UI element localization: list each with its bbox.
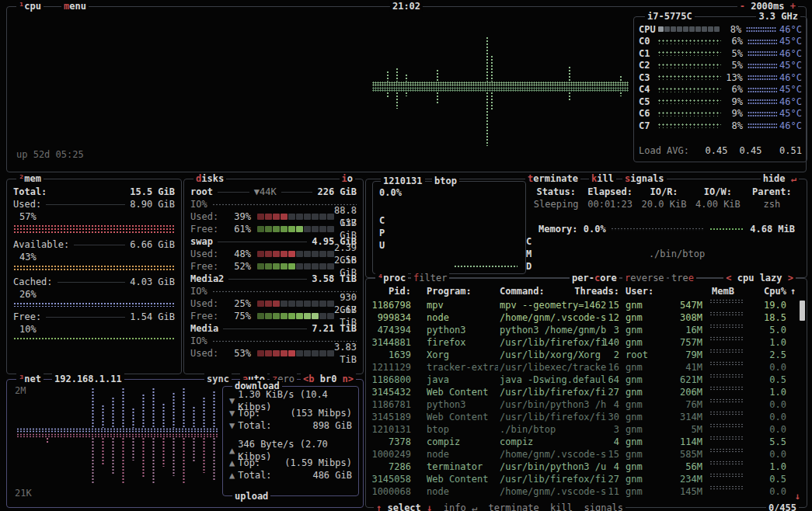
process-threads: 4 [591, 436, 619, 448]
process-row[interactable]: 1210131btop./bin/btop3gnm5M0.0 [366, 423, 807, 436]
process-row[interactable]: 474394python3python3 /home/gnm/b3gnm16M5… [366, 324, 807, 336]
footer-signals-button[interactable]: signals [578, 502, 623, 511]
disk-name-row: root▼44K226 GiB [190, 186, 357, 198]
disks-box-title[interactable]: disks [193, 172, 226, 185]
core-usage-percent: 6% [721, 35, 742, 47]
kill-button[interactable]: kill [589, 172, 616, 185]
menu-button[interactable]: menu [61, 0, 89, 12]
net-box-title[interactable]: ³net [16, 373, 44, 385]
net-upload-column [182, 437, 186, 484]
core-graph-dots [657, 99, 721, 104]
process-row[interactable]: 1000068node/home/gnm/.vscode-s11gnm145M0… [366, 485, 807, 498]
tree-button[interactable]: tree [669, 272, 696, 284]
cpu-core-row: C25%45°C [639, 60, 802, 72]
process-row[interactable]: 3144881firefox/usr/lib/firefox/fi140gnm7… [366, 336, 807, 349]
hide-button[interactable]: hide ↵ [761, 172, 799, 185]
interval-decrease-button[interactable]: - [740, 1, 745, 12]
per-core-button[interactable]: per-core [570, 272, 619, 284]
used-label: Used: [190, 210, 225, 223]
proc-box: ⁴proc filter per-core reverse tree < cpu… [365, 278, 807, 508]
column-mem[interactable]: MemB [683, 285, 734, 297]
process-mem: 585M [665, 448, 702, 461]
disks-box: disks io root▼44K226 GiBIO%Used:39%88.8 … [183, 179, 364, 374]
select-down-button[interactable]: ↓ [427, 502, 432, 511]
cpu-graph-spike [490, 92, 493, 110]
disk-size: 7.21 TiB [312, 322, 357, 335]
column-user[interactable]: User: [626, 285, 653, 297]
process-cpu: 1.0 [758, 336, 786, 349]
mem-box-title[interactable]: ²mem [16, 172, 44, 185]
core-temp-graph [748, 123, 777, 128]
column-cpu[interactable]: Cpu% [758, 285, 786, 297]
interface-switcher[interactable]: <b br0 n> [301, 373, 356, 385]
sort-prev-button[interactable]: < [726, 273, 731, 283]
core-name: C2 [639, 59, 657, 71]
process-row[interactable]: 7378compizcompiz4gnm114M5.5 [366, 436, 807, 448]
process-row[interactable]: 1186798mpvmpv --geometry=146215gnm547M19… [366, 299, 807, 311]
upload-row: ▲Top:(1.59 Mibps) [229, 457, 352, 469]
footer-terminate-button[interactable]: terminate [483, 502, 538, 511]
process-threads: 16 [591, 361, 619, 374]
process-mem: 5M [665, 423, 702, 436]
net-upload-column [121, 437, 125, 484]
process-row[interactable]: 1211129tracker-extract/usr/libexec/track… [366, 361, 807, 374]
column-threads[interactable]: Threads: [574, 285, 619, 297]
column-pid[interactable]: Pid: [377, 285, 411, 297]
reverse-button[interactable]: reverse [622, 272, 667, 284]
filter-button[interactable]: filter [411, 272, 449, 284]
core-graph-dots [657, 63, 721, 68]
sort-next-button[interactable]: > [788, 273, 793, 283]
process-row[interactable]: 999834node/home/gnm/.vscode-s12gnm308M18… [366, 311, 807, 324]
core-usage-graph [657, 50, 721, 56]
column-program[interactable]: Program: [427, 285, 472, 297]
core-usage-percent: 9% [721, 107, 742, 120]
proc-scrollbar[interactable] [800, 301, 805, 321]
upload-title: upload [232, 490, 270, 502]
cpu-core-row: C78%46°C [639, 120, 802, 132]
sync-button[interactable]: sync [204, 373, 232, 385]
process-row[interactable]: 1186800javajava -Dswing.defaul64gnm621M0… [366, 374, 807, 386]
detail-info-value: 4.00 KiB [691, 198, 744, 210]
proc-box-title[interactable]: ⁴proc [375, 272, 408, 284]
process-row[interactable]: 3145432Web Content/usr/lib/firefox/fi27g… [366, 386, 807, 398]
net-upload-column [131, 437, 135, 461]
process-program: Web Content [427, 473, 498, 485]
free-label: Free: [190, 223, 225, 235]
process-row[interactable]: 3145058Web Content/usr/lib/firefox/fi27g… [366, 473, 807, 485]
signals-button[interactable]: signals [622, 172, 667, 185]
info-button[interactable]: info ↵ [438, 502, 478, 511]
net-traffic-graph [16, 391, 218, 493]
select-up-button[interactable]: ↑ [376, 502, 382, 511]
cpu-graph-spike [568, 92, 571, 101]
more-below-icon: ↓ [795, 490, 800, 502]
process-pid: 3145058 [371, 473, 411, 485]
io-mode-button[interactable]: io [340, 172, 355, 185]
footer-kill-button[interactable]: kill [545, 502, 573, 511]
core-usage-graph [657, 75, 721, 80]
process-program: tracker-extract [427, 361, 498, 374]
cpu-graph-spike [396, 68, 399, 82]
process-program: firefox [427, 336, 498, 349]
process-row[interactable]: 7286terminator/usr/bin/python3 /u4gnm56M… [366, 461, 807, 473]
column-command[interactable]: Command: [500, 285, 545, 297]
cpu-graph-spike [436, 69, 439, 82]
free-percent: 52% [225, 260, 251, 273]
mem-usage-graph [13, 337, 175, 340]
process-mem: 114M [665, 436, 702, 448]
process-program: btop [427, 423, 498, 436]
core-usage-percent: 8% [720, 23, 741, 36]
process-row[interactable]: 1186781python3/usr/bin/python3 /h4gnm76M… [366, 398, 807, 411]
process-row[interactable]: 3145189Web Content/usr/lib/firefox/fi30g… [366, 411, 807, 423]
disk-used-row: Used:48%2.39 GiB [190, 248, 357, 260]
core-usage-percent: 13% [721, 71, 742, 84]
sort-direction-icon[interactable]: ↑ [790, 285, 796, 297]
terminate-button[interactable]: terminate [525, 172, 580, 185]
cpu-vertical-letter: C [379, 214, 385, 227]
cpu-box-title[interactable]: ¹cpu [16, 0, 44, 12]
process-user: gnm [626, 374, 661, 386]
process-row[interactable]: 1000249node/home/gnm/.vscode-s15gnm585M0… [366, 448, 807, 461]
process-row[interactable]: 1639Xorg/usr/lib/xorg/Xorg2root79M2.5 [366, 349, 807, 361]
process-mem-graph [709, 386, 744, 391]
used-percent: 48% [225, 248, 251, 260]
mem-stat-row: Used:8.90 GiB [13, 198, 175, 210]
